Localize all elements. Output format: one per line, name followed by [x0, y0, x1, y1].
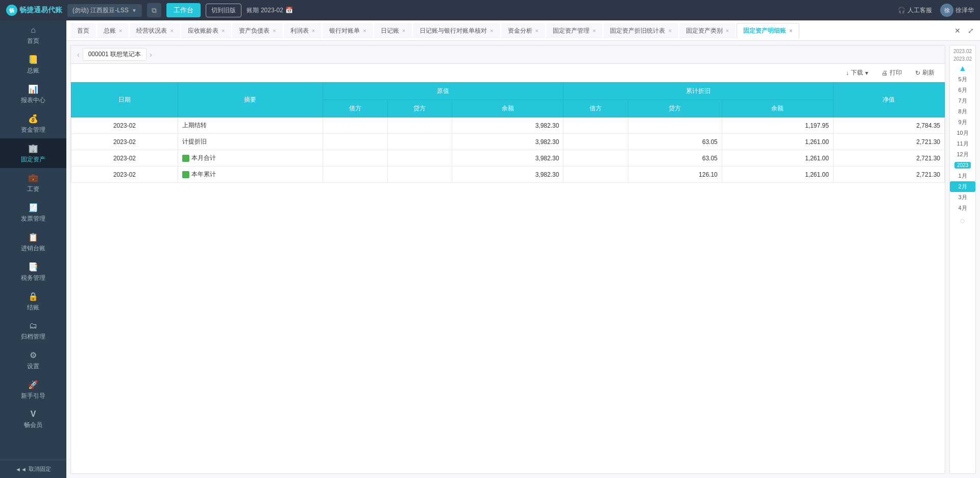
- month-3[interactable]: 3月: [950, 192, 975, 203]
- month-10[interactable]: 10月: [950, 128, 975, 138]
- tab-business-close[interactable]: ×: [170, 28, 173, 34]
- scroll-up-button[interactable]: ▲: [959, 64, 967, 73]
- svg-text:畅: 畅: [9, 8, 14, 13]
- tab-home-label: 首页: [77, 27, 89, 35]
- tab-capital-analysis-label: 资金分析: [508, 27, 532, 35]
- tab-profit[interactable]: 利润表 ×: [284, 23, 322, 38]
- month-9[interactable]: 9月: [950, 117, 975, 128]
- company-selector[interactable]: (勿动) 江西股豆-LSS ▼: [67, 4, 142, 17]
- tab-fixed-detail-close[interactable]: ×: [789, 28, 792, 34]
- sidebar-label-fixed: 固定资产: [21, 155, 45, 164]
- header-accumulated: 累计折旧: [564, 83, 834, 100]
- header-net: 净值: [833, 83, 944, 117]
- tab-depreciation-stat-close[interactable]: ×: [668, 28, 671, 34]
- month-12[interactable]: 12月: [950, 149, 975, 160]
- asset-tag[interactable]: 000001 联想笔记本: [83, 48, 146, 61]
- tab-fixed-mgmt-close[interactable]: ×: [593, 28, 596, 34]
- tab-fixed-category-close[interactable]: ×: [726, 28, 729, 34]
- period-value: 2023-02: [261, 7, 283, 14]
- header-orig-balance: 余额: [452, 100, 564, 117]
- sidebar-item-capital[interactable]: 💰 资金管理: [0, 109, 66, 138]
- tab-home[interactable]: 首页: [70, 23, 96, 38]
- sidebar-item-tax[interactable]: 📑 税务管理: [0, 257, 66, 286]
- month-11[interactable]: 11月: [950, 138, 975, 149]
- work-button[interactable]: 工作台: [166, 3, 201, 17]
- sidebar-item-fixed[interactable]: 🏢 固定资产: [0, 138, 66, 168]
- sidebar-item-sales[interactable]: 📋 进销台账: [0, 227, 66, 257]
- archive-icon: 🗂: [29, 321, 37, 330]
- tab-journal-close[interactable]: ×: [402, 28, 405, 34]
- sidebar-label-sales: 进销台账: [21, 244, 45, 253]
- tab-fixed-mgmt[interactable]: 固定资产管理 ×: [546, 23, 602, 38]
- sidebar-item-ledger[interactable]: 📒 总账: [0, 50, 66, 79]
- month-4[interactable]: 4月: [950, 203, 975, 213]
- tab-receivable[interactable]: 应收账龄表 ×: [181, 23, 231, 38]
- header-date: 日期: [71, 83, 178, 117]
- sidebar-label-home: 首页: [27, 37, 39, 45]
- scroll-down-button[interactable]: ○: [960, 216, 966, 226]
- tab-profit-close[interactable]: ×: [312, 28, 315, 34]
- calendar-icon[interactable]: 📅: [285, 7, 293, 14]
- green-tag-icon: [182, 171, 189, 178]
- month-1[interactable]: 1月: [950, 171, 975, 181]
- tab-capital-analysis-close[interactable]: ×: [535, 28, 538, 34]
- sidebar-collapse-button[interactable]: ◄◄ 取消固定: [0, 460, 66, 478]
- tab-journal[interactable]: 日记账 ×: [374, 23, 412, 38]
- tab-capital-analysis[interactable]: 资金分析 ×: [501, 23, 545, 38]
- sidebar-item-archive[interactable]: 🗂 归档管理: [0, 316, 66, 345]
- nav-next-button[interactable]: ›: [150, 51, 152, 59]
- salary-icon: 💼: [28, 173, 38, 183]
- content-body: ‹ 000001 联想笔记本 › ↓ 下载 ▾: [66, 41, 980, 478]
- tab-fixed-category[interactable]: 固定资产类别 ×: [679, 23, 736, 38]
- tab-maximize-button[interactable]: ⤢: [966, 26, 976, 36]
- tab-fixed-detail[interactable]: 固定资产明细账 ×: [737, 23, 799, 38]
- sidebar-item-guide[interactable]: 🚀 新手引导: [0, 375, 66, 404]
- asset-name: 联想笔记本: [110, 51, 141, 58]
- sidebar-item-vip[interactable]: V 畅会员: [0, 404, 66, 434]
- ledger-icon: 📒: [28, 55, 38, 64]
- sidebar-item-report[interactable]: 📊 报表中心: [0, 79, 66, 109]
- user-menu[interactable]: 徐 徐泽华: [940, 4, 974, 17]
- invoice-icon: 🧾: [28, 203, 38, 212]
- table-row: 2023-02本月合计3,982.3063.051,261.002,721.30: [71, 150, 945, 166]
- month-6[interactable]: 6月: [950, 85, 975, 95]
- tab-depreciation-stat-label: 固定资产折旧统计表: [610, 27, 665, 35]
- sidebar-item-home[interactable]: ⌂ 首页: [0, 20, 66, 50]
- help-button[interactable]: 🎧 人工客服: [898, 6, 932, 15]
- switch-version-button[interactable]: 切到旧版: [206, 4, 241, 17]
- tab-bank-statement[interactable]: 银行对账单 ×: [323, 23, 373, 38]
- tab-close-all-button[interactable]: ✕: [952, 26, 963, 36]
- fixed-icon: 🏢: [28, 144, 38, 153]
- avatar: 徐: [940, 4, 953, 17]
- vip-icon: V: [31, 410, 36, 419]
- tab-reconcile-label: 日记账与银行对账单核对: [420, 27, 487, 35]
- month-7[interactable]: 7月: [950, 95, 975, 106]
- print-button[interactable]: 🖨 打印: [877, 66, 906, 79]
- pin-icon: ◄◄: [15, 466, 27, 472]
- copy-button[interactable]: ⧉: [147, 3, 161, 17]
- sidebar-label-tax: 税务管理: [21, 274, 45, 282]
- header-accum-balance: 余额: [722, 100, 833, 117]
- tab-reconcile[interactable]: 日记账与银行对账单核对 ×: [413, 23, 500, 38]
- tab-depreciation-stat[interactable]: 固定资产折旧统计表 ×: [603, 23, 678, 38]
- month-2-active[interactable]: 2月: [950, 181, 975, 192]
- tab-balance-close[interactable]: ×: [273, 28, 276, 34]
- refresh-button[interactable]: ↻ 刷新: [911, 66, 939, 79]
- tab-bank-statement-close[interactable]: ×: [363, 28, 366, 34]
- tab-receivable-close[interactable]: ×: [222, 28, 225, 34]
- tab-ledger-close[interactable]: ×: [119, 28, 122, 34]
- download-button[interactable]: ↓ 下载 ▾: [842, 66, 872, 79]
- header-original: 原值: [323, 83, 564, 100]
- sidebar-item-invoice[interactable]: 🧾 发票管理: [0, 198, 66, 227]
- sidebar-item-salary[interactable]: 💼 工资: [0, 168, 66, 198]
- tab-fixed-category-label: 固定资产类别: [686, 27, 723, 35]
- sidebar-item-settings[interactable]: ⚙ 设置: [0, 345, 66, 375]
- tab-business[interactable]: 经营状况表 ×: [130, 23, 180, 38]
- tab-balance[interactable]: 资产负债表 ×: [232, 23, 282, 38]
- tab-reconcile-close[interactable]: ×: [490, 28, 493, 34]
- tab-ledger[interactable]: 总账 ×: [97, 23, 129, 38]
- month-8[interactable]: 8月: [950, 106, 975, 117]
- nav-prev-button[interactable]: ‹: [77, 51, 80, 59]
- sidebar-item-close[interactable]: 🔒 结账: [0, 286, 66, 316]
- month-5[interactable]: 5月: [950, 74, 975, 85]
